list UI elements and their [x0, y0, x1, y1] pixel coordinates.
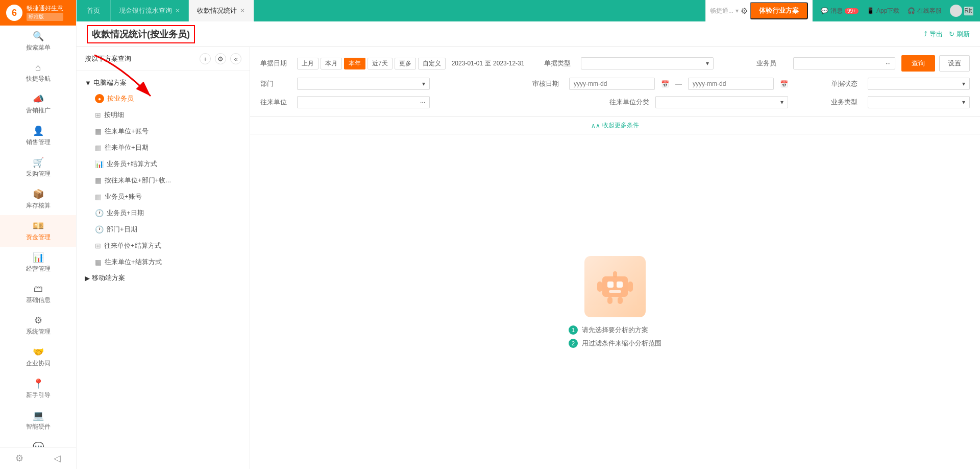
sidebar-item-wechat[interactable]: 💬 企业微信	[0, 436, 76, 447]
finance-icon: 💴	[33, 220, 44, 231]
scheme-icon: ⊞	[95, 111, 101, 119]
panel-collapse-button[interactable]: «	[230, 53, 241, 64]
basic-info-icon: 🗃	[34, 284, 43, 294]
scheme-label: 按业务员	[107, 94, 134, 103]
add-scheme-button[interactable]: +	[200, 53, 211, 64]
date-btn-more[interactable]: 更多	[395, 58, 416, 69]
empty-tip-1: 1 请先选择要分析的方案	[569, 325, 662, 335]
user-info[interactable]: Rit	[950, 5, 972, 17]
scheme-icon: 🕐	[95, 209, 104, 217]
wechat-icon: 💬	[33, 441, 44, 447]
sidebar-item-inventory[interactable]: 📦 库存核算	[0, 183, 76, 215]
svg-rect-1	[607, 282, 614, 288]
settings-gear-icon[interactable]: ⚙	[741, 6, 748, 16]
tip-number-2: 2	[569, 339, 578, 348]
business-type-select[interactable]: ▾	[868, 96, 970, 108]
scheme-item-unit-date[interactable]: ▦ 往来单位+日期	[81, 139, 246, 156]
filter-area: 单据日期 上月 本月 本年 近7天 更多 自定义 2023-01-01 至 20…	[250, 47, 980, 117]
mobile-group-header[interactable]: ▶ 移动端方案	[81, 270, 246, 286]
review-date-from-input[interactable]	[569, 78, 655, 90]
query-button[interactable]: 查询	[901, 55, 935, 72]
scheme-icon: ⊞	[95, 242, 101, 250]
dept-dropdown-icon: ▾	[422, 80, 425, 87]
operation-icon: 📊	[33, 252, 44, 263]
calendar-icon-to[interactable]: 📅	[780, 80, 788, 88]
tab-bank-flow-close-icon[interactable]: ✕	[175, 7, 180, 14]
filter-setting-button[interactable]: 设置	[939, 55, 970, 72]
app-download-button[interactable]: 📱 App下载	[867, 7, 899, 15]
tip-text-2: 用过滤条件来缩小分析范围	[582, 339, 662, 348]
export-button[interactable]: ⤴ 导出	[924, 30, 943, 39]
trial-button[interactable]: 体验行业方案	[750, 2, 808, 19]
sidebar-item-operation[interactable]: 📊 经营管理	[0, 247, 76, 278]
date-shortcuts: 上月 本月 本年 近7天 更多 自定义	[297, 58, 446, 69]
filter-row-1: 单据日期 上月 本月 本年 近7天 更多 自定义 2023-01-01 至 20…	[260, 55, 970, 72]
scheme-item-unit-settlement2[interactable]: ▦ 往来单位+结算方式	[81, 254, 246, 270]
calendar-icon-from[interactable]: 📅	[661, 80, 669, 88]
right-panel: 单据日期 上月 本月 本年 近7天 更多 自定义 2023-01-01 至 20…	[250, 47, 980, 469]
scheme-item-salesperson-date[interactable]: 🕐 业务员+日期	[81, 205, 246, 221]
desktop-group-header[interactable]: ▼ 电脑端方案	[81, 75, 246, 90]
dropdown-arrow-icon[interactable]: ▾	[736, 7, 739, 14]
date-btn-this-month[interactable]: 本月	[321, 58, 342, 69]
date-btn-last-month[interactable]: 上月	[297, 58, 318, 69]
date-separator: 至	[485, 59, 491, 68]
messages-button[interactable]: 💬 消息 99+	[821, 7, 859, 15]
desktop-scheme-group: ▼ 电脑端方案 ● 按业务员 ⊞ 按明细 ▦	[77, 75, 250, 270]
sidebar-item-enterprise[interactable]: 🤝 企业协同	[0, 341, 76, 373]
review-date-to-input[interactable]	[688, 78, 774, 90]
scheme-settings-button[interactable]: ⚙	[215, 53, 226, 64]
scheme-item-unit-settlement1[interactable]: ⊞ 往来单位+结算方式	[81, 238, 246, 254]
refresh-button[interactable]: ↻ 刷新	[949, 30, 970, 39]
counter-unit-select[interactable]: ···	[297, 96, 430, 108]
quick-nav-icon: ⌂	[35, 62, 41, 73]
sidebar-item-purchase[interactable]: 🛒 采购管理	[0, 152, 76, 183]
collapse-conditions-button[interactable]: ∧∧ 收起更多条件	[591, 121, 639, 130]
scheme-item-by-salesperson[interactable]: ● 按业务员	[81, 90, 246, 107]
date-btn-custom[interactable]: 自定义	[418, 58, 446, 69]
scheme-item-by-detail[interactable]: ⊞ 按明细	[81, 107, 246, 123]
footer-collapse-icon[interactable]: ◁	[54, 453, 61, 464]
empty-illustration	[584, 256, 646, 317]
scheme-item-unit-account[interactable]: ▦ 往来单位+账号	[81, 123, 246, 139]
sidebar-item-marketing[interactable]: 📣 营销推广	[0, 88, 76, 120]
sidebar-item-finance[interactable]: 💴 资金管理	[0, 215, 76, 247]
dept-select[interactable]: ▾	[297, 78, 430, 90]
scheme-item-unit-dept[interactable]: ▦ 按往来单位+部门+收...	[81, 172, 246, 189]
date-btn-this-year[interactable]: 本年	[344, 58, 365, 69]
sidebar-item-system[interactable]: ⚙ 系统管理	[0, 310, 76, 341]
date-btn-7days[interactable]: 近7天	[368, 58, 393, 69]
tab-collection-stats-close-icon[interactable]: ✕	[240, 7, 245, 14]
logo-text: 畅捷通好生意	[27, 5, 63, 13]
counter-category-select[interactable]: ▾	[655, 96, 788, 108]
messages-badge: 99+	[845, 8, 859, 14]
scheme-item-dept-date[interactable]: 🕐 部门+日期	[81, 221, 246, 238]
sidebar-item-quick-nav[interactable]: ⌂ 快捷导航	[0, 57, 76, 88]
online-service-button[interactable]: 🎧 在线客服	[908, 7, 942, 15]
scheme-item-salesperson-settlement[interactable]: 📊 业务员+结算方式	[81, 156, 246, 172]
sidebar-item-label: 销售管理	[26, 138, 51, 147]
salesperson-more-icon: ···	[886, 60, 891, 67]
sidebar-item-search-menu[interactable]: 🔍 搜索菜单	[0, 26, 76, 57]
doc-type-label: 单据类型	[544, 59, 575, 68]
panel-header-label: 按以下方案查询	[85, 54, 131, 63]
doc-type-select[interactable]: ▾	[581, 57, 714, 69]
sidebar-item-label: 系统管理	[26, 327, 51, 336]
messages-label: 消息	[830, 7, 843, 15]
sidebar-item-guide[interactable]: 📍 新手引导	[0, 373, 76, 405]
scheme-item-salesperson-account[interactable]: ▦ 业务员+账号	[81, 189, 246, 205]
salesperson-select[interactable]: ···	[793, 57, 895, 69]
system-icon: ⚙	[34, 315, 42, 326]
footer-settings-icon[interactable]: ⚙	[15, 453, 23, 464]
sidebar-item-sales[interactable]: 👤 销售管理	[0, 120, 76, 152]
sidebar-item-label: 采购管理	[26, 170, 51, 178]
tab-bank-flow[interactable]: 现金银行流水查询 ✕	[111, 0, 189, 21]
tab-home[interactable]: 首页	[77, 0, 111, 21]
sidebar-item-basic-info[interactable]: 🗃 基础信息	[0, 278, 76, 310]
marketing-icon: 📣	[33, 93, 44, 105]
left-panel: 按以下方案查询 + ⚙ « ▼	[77, 47, 250, 469]
user-avatar	[950, 5, 962, 17]
sidebar-item-hardware[interactable]: 💻 智能硬件	[0, 405, 76, 436]
tab-collection-stats[interactable]: 收款情况统计 ✕	[189, 0, 254, 21]
doc-status-select[interactable]: ▾	[868, 78, 970, 90]
